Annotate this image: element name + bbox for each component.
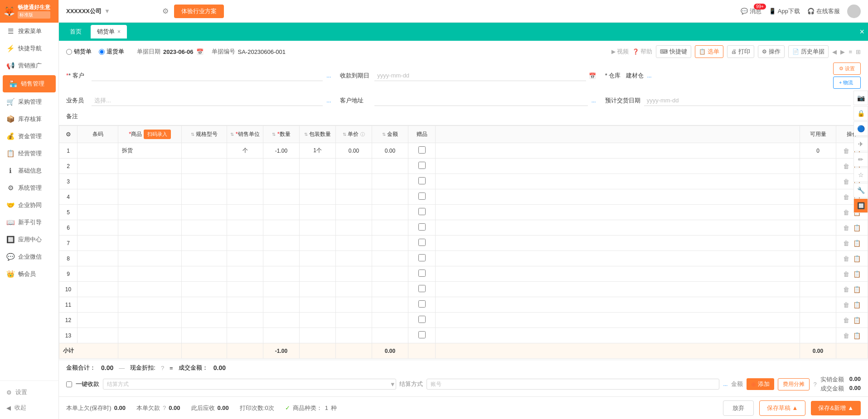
row-goods[interactable] [118, 266, 182, 282]
row-gift[interactable] [408, 236, 436, 251]
row-spec[interactable] [182, 236, 227, 251]
row-qty[interactable] [263, 174, 300, 189]
row-pkgqty[interactable] [300, 313, 336, 328]
row-spec[interactable] [182, 328, 227, 343]
sidebar-item-search[interactable]: ☰ 搜索菜单 [0, 23, 58, 40]
float-camera-btn[interactable]: 📷 [853, 91, 868, 105]
row-qty[interactable] [263, 220, 300, 236]
row-price[interactable] [336, 189, 372, 205]
row-price[interactable] [336, 236, 372, 251]
sidebar-item-quick-nav[interactable]: ⚡ 快捷导航 [0, 40, 58, 57]
app-download-btn[interactable]: 📱 App下载 [769, 7, 800, 15]
delete-row-btn[interactable]: 🗑 [842, 254, 850, 263]
radio-return-input[interactable] [99, 49, 105, 55]
row-spec[interactable] [182, 174, 227, 189]
row-barcode[interactable] [78, 236, 118, 251]
sidebar-item-app-center[interactable]: 🔲 应用中心 [0, 231, 58, 248]
gift-checkbox[interactable] [418, 254, 426, 261]
gift-checkbox[interactable] [418, 162, 426, 169]
row-pkgqty[interactable] [300, 282, 336, 297]
row-goods[interactable] [118, 159, 182, 174]
salesperson-ellipsis-btn[interactable]: ... [326, 97, 331, 104]
expense-btn[interactable]: 费用分摊 [778, 378, 810, 390]
delete-row-btn[interactable]: 🗑 [842, 270, 850, 279]
row-spec[interactable] [182, 220, 227, 236]
row-unit[interactable] [227, 297, 263, 313]
row-barcode[interactable] [78, 205, 118, 220]
delete-row-btn[interactable]: 🗑 [842, 285, 850, 294]
question-icon[interactable]: ? [161, 365, 164, 371]
gift-checkbox[interactable] [418, 239, 426, 246]
th-settings[interactable]: ⚙ [59, 126, 78, 143]
row-unit[interactable] [227, 174, 263, 189]
shortcuts-btn[interactable]: ⌨ 快捷键 [656, 45, 691, 58]
row-qty[interactable] [263, 266, 300, 282]
row-gift[interactable] [408, 143, 436, 159]
row-pkgqty[interactable] [300, 266, 336, 282]
settlement-input[interactable] [103, 379, 396, 390]
copy-row-btn[interactable]: 📋 [852, 239, 862, 248]
row-qty[interactable] [263, 189, 300, 205]
row-qty[interactable] [263, 251, 300, 266]
settings-gear-icon[interactable]: ⚙ [162, 7, 169, 15]
save-new-btn[interactable]: 保存&新增 ▲ [811, 401, 861, 415]
sidebar-item-basic-info[interactable]: ℹ 基础信息 [0, 162, 58, 179]
row-goods[interactable] [118, 220, 182, 236]
payment-due-input[interactable] [374, 70, 586, 81]
row-price[interactable] [336, 174, 372, 189]
gift-checkbox[interactable] [418, 146, 426, 154]
float-plane-btn[interactable]: ✈ [853, 137, 868, 151]
row-pkgqty[interactable] [300, 236, 336, 251]
gift-checkbox[interactable] [418, 223, 426, 231]
sidebar-item-sales[interactable]: 🏪 销售管理 [3, 75, 56, 92]
row-price[interactable] [336, 220, 372, 236]
row-pkgqty[interactable] [300, 328, 336, 343]
row-barcode[interactable] [78, 251, 118, 266]
sidebar-collapse-btn[interactable]: ◀ 收起 [0, 400, 58, 415]
sidebar-item-member[interactable]: 👑 畅会员 [0, 265, 58, 283]
row-price[interactable] [336, 328, 372, 343]
float-orange-btn[interactable]: 🔲 [853, 198, 868, 213]
row-goods[interactable] [118, 313, 182, 328]
sidebar-item-collaboration[interactable]: 🤝 企业协同 [0, 197, 58, 214]
copy-row-btn[interactable]: 📋 [852, 331, 862, 340]
trial-btn[interactable]: 体验行业方案 [174, 5, 224, 18]
tab-close-icon[interactable]: × [117, 29, 121, 35]
row-unit[interactable] [227, 159, 263, 174]
copy-row-btn[interactable]: 📋 [852, 223, 862, 232]
operations-btn[interactable]: ⚙ 操作 [758, 45, 785, 58]
row-gift[interactable] [408, 297, 436, 313]
row-goods[interactable] [118, 282, 182, 297]
online-service-btn[interactable]: 🎧 在线客服 [807, 7, 840, 15]
prev-icon[interactable]: ◀ [832, 48, 837, 55]
video-btn[interactable]: ▶ 视频 [611, 48, 629, 56]
row-qty[interactable] [263, 159, 300, 174]
calendar-icon[interactable]: 📅 [196, 48, 204, 55]
row-pkgqty[interactable] [300, 174, 336, 189]
next-icon[interactable]: ▶ [840, 48, 845, 55]
row-gift[interactable] [408, 220, 436, 236]
customer-input[interactable] [92, 70, 323, 81]
row-unit[interactable] [227, 251, 263, 266]
gift-checkbox[interactable] [418, 285, 426, 292]
print-btn[interactable]: 🖨 打印 [727, 45, 754, 58]
gift-checkbox[interactable] [418, 331, 426, 338]
row-price[interactable] [336, 205, 372, 220]
history-btn[interactable]: 📄 历史单据 [788, 45, 829, 58]
row-barcode[interactable] [78, 266, 118, 282]
warehouse-ellipsis-btn[interactable]: ... [647, 72, 652, 79]
delete-row-btn[interactable]: 🗑 [842, 223, 850, 232]
sidebar-item-inventory[interactable]: 📦 库存核算 [0, 111, 58, 128]
row-unit[interactable] [227, 236, 263, 251]
sidebar-settings-btn[interactable]: ⚙ 设置 [0, 385, 58, 400]
logistics-btn[interactable]: + 物流 [833, 77, 861, 89]
delete-row-btn[interactable]: 🗑 [842, 177, 850, 186]
copy-row-btn[interactable]: 📋 [852, 254, 862, 263]
row-spec[interactable] [182, 266, 227, 282]
copy-row-btn[interactable]: 📋 [852, 300, 862, 309]
row-price[interactable] [336, 251, 372, 266]
row-qty[interactable] [263, 297, 300, 313]
message-btn[interactable]: 💬 消息 99+ [741, 7, 761, 15]
row-price[interactable] [336, 297, 372, 313]
row-qty[interactable] [263, 205, 300, 220]
